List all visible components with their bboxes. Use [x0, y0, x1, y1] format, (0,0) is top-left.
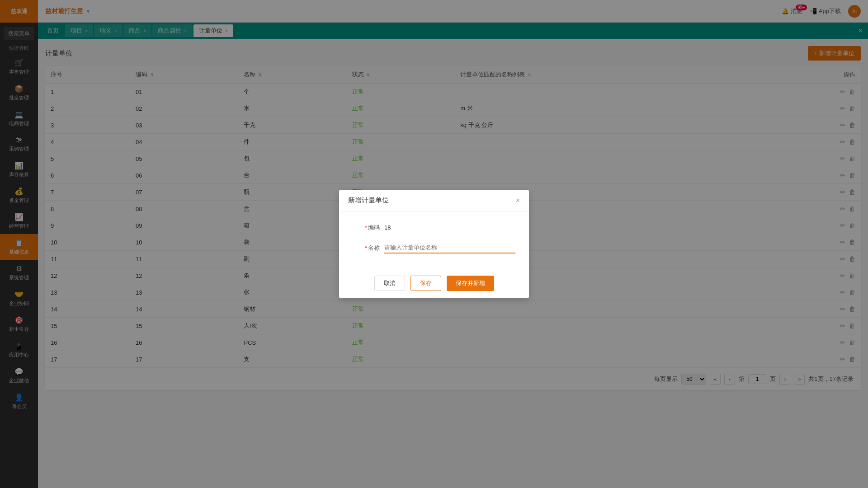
modal-body: *编码 *名称 [339, 211, 529, 270]
modal-footer: 取消 保存 保存并新增 [339, 270, 529, 298]
add-unit-modal: 新增计量单位 × *编码 *名称 取消 保存 保存并新增 [339, 190, 529, 298]
code-label: *编码 [353, 224, 380, 232]
modal-title: 新增计量单位 [348, 196, 389, 205]
modal-close-button[interactable]: × [516, 197, 520, 205]
modal-overlay[interactable]: 新增计量单位 × *编码 *名称 取消 保存 保存并新增 [0, 0, 868, 488]
save-button[interactable]: 保存 [410, 276, 441, 291]
form-row-code: *编码 [353, 222, 515, 233]
modal-header: 新增计量单位 × [339, 190, 529, 211]
form-row-name: *名称 [353, 242, 515, 253]
cancel-button[interactable]: 取消 [374, 276, 405, 291]
save-and-new-button[interactable]: 保存并新增 [447, 276, 494, 291]
name-label: *名称 [353, 244, 380, 252]
name-input[interactable] [384, 242, 515, 253]
code-input[interactable] [384, 222, 515, 233]
